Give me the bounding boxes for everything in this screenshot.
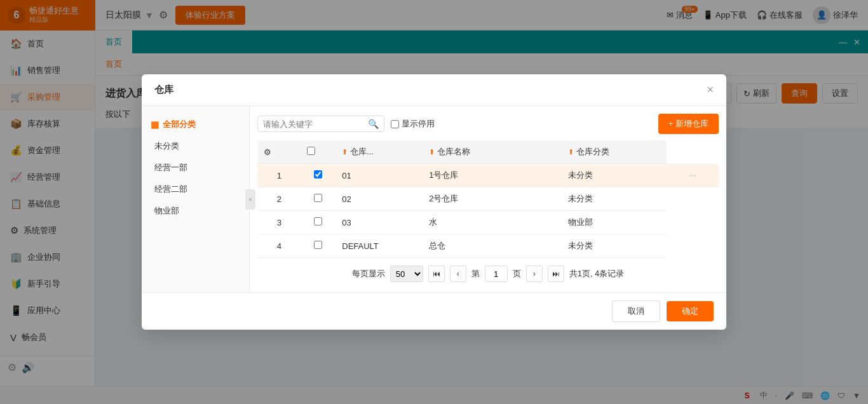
table-panel: 🔍 显示停用 + 新增仓库 ⚙ xyxy=(250,106,726,292)
first-page-btn[interactable]: ⏮ xyxy=(428,266,445,282)
search-wrap: 🔍 xyxy=(257,116,384,132)
row-checkbox-cell xyxy=(301,164,336,187)
grid-icon: ▦ xyxy=(151,119,159,130)
row-checkbox[interactable] xyxy=(314,170,322,178)
row-code: 01 xyxy=(336,164,423,187)
category-item-未分类[interactable]: 未分类 xyxy=(142,135,249,157)
row-checkbox[interactable] xyxy=(314,194,322,202)
category-item-物业部[interactable]: 物业部 xyxy=(142,200,249,222)
page-label: 第 xyxy=(471,268,480,279)
modal-title: 仓库 xyxy=(154,84,173,96)
row-index: 3 xyxy=(257,211,301,234)
row-category: 未分类 xyxy=(562,164,666,187)
row-category: 未分类 xyxy=(562,187,666,211)
all-category-label: 全部分类 xyxy=(163,119,196,130)
row-category: 物业部 xyxy=(562,211,666,234)
select-all-checkbox[interactable] xyxy=(307,147,315,155)
row-name: 总仓 xyxy=(423,234,562,258)
table-row[interactable]: 2 02 2号仓库 未分类 xyxy=(257,187,719,211)
sort-icon-name: ⬆ xyxy=(429,148,435,156)
next-page-btn[interactable]: › xyxy=(526,266,543,282)
row-code: DEFAULT xyxy=(336,234,423,258)
sort-icon-cat: ⬆ xyxy=(568,148,574,156)
pagination-bar: 每页显示 102050100 ⏮ ‹ 第 页 › ⏭ 共1页, 4条记录 xyxy=(257,258,719,285)
modal-header: 仓库 × xyxy=(142,74,726,106)
table-row[interactable]: 4 DEFAULT 总仓 未分类 xyxy=(257,234,719,258)
category-item-经营二部[interactable]: 经营二部 xyxy=(142,178,249,200)
table-wrapper: ⚙ ⬆ 仓库... ⬆ 仓库名称 xyxy=(257,140,719,258)
panel-collapse-btn[interactable]: « xyxy=(245,189,255,210)
ops-dots-icon[interactable]: ··· xyxy=(689,170,696,180)
search-input[interactable] xyxy=(263,119,368,129)
row-checkbox-cell xyxy=(301,211,336,234)
modal-close-btn[interactable]: × xyxy=(707,83,714,97)
table-row[interactable]: 3 03 水 物业部 xyxy=(257,211,719,234)
table-row[interactable]: 1 01 1号仓库 未分类 ··· xyxy=(257,164,719,187)
row-ops[interactable]: ··· xyxy=(667,164,719,187)
table-head: ⚙ ⬆ 仓库... ⬆ 仓库名称 xyxy=(257,140,719,164)
add-warehouse-btn[interactable]: + 新增仓库 xyxy=(658,114,719,134)
search-icon[interactable]: 🔍 xyxy=(368,119,379,129)
table-body: 1 01 1号仓库 未分类 ··· 2 02 2号仓库 未分类 3 03 水 物… xyxy=(257,164,719,258)
row-category: 未分类 xyxy=(562,234,666,258)
row-name: 1号仓库 xyxy=(423,164,562,187)
row-code: 03 xyxy=(336,211,423,234)
modal-footer: 取消 确定 xyxy=(142,292,726,330)
page-input[interactable] xyxy=(485,266,508,282)
row-checkbox-cell xyxy=(301,187,336,211)
per-page-select[interactable]: 102050100 xyxy=(390,266,423,282)
modal-body: « ▦ 全部分类 未分类经营一部经营二部物业部 🔍 xyxy=(142,106,726,292)
warehouse-modal: 仓库 × « ▦ 全部分类 未分类经营一部经营二部物业部 xyxy=(142,74,726,330)
row-code: 02 xyxy=(336,187,423,211)
row-checkbox-cell xyxy=(301,234,336,258)
cancel-btn[interactable]: 取消 xyxy=(612,300,660,322)
table-toolbar: 🔍 显示停用 + 新增仓库 xyxy=(257,114,719,134)
category-all[interactable]: ▦ 全部分类 xyxy=(142,114,249,135)
th-setting: ⚙ xyxy=(257,140,301,164)
row-checkbox[interactable] xyxy=(314,241,322,249)
confirm-btn[interactable]: 确定 xyxy=(667,301,714,321)
row-index: 2 xyxy=(257,187,301,211)
category-list: 未分类经营一部经营二部物业部 xyxy=(142,135,249,222)
row-index: 4 xyxy=(257,234,301,258)
show-disabled-checkbox[interactable] xyxy=(391,120,399,128)
row-name: 水 xyxy=(423,211,562,234)
th-category[interactable]: ⬆ 仓库分类 xyxy=(562,140,666,164)
row-checkbox[interactable] xyxy=(314,217,322,226)
last-page-btn[interactable]: ⏭ xyxy=(548,266,564,282)
modal-overlay[interactable]: 仓库 × « ▦ 全部分类 未分类经营一部经营二部物业部 xyxy=(0,0,868,404)
th-code[interactable]: ⬆ 仓库... xyxy=(336,140,423,164)
sort-icon-code: ⬆ xyxy=(342,148,348,156)
row-index: 1 xyxy=(257,164,301,187)
category-item-经营一部[interactable]: 经营一部 xyxy=(142,157,249,178)
th-name[interactable]: ⬆ 仓库名称 xyxy=(423,140,562,164)
category-panel: « ▦ 全部分类 未分类经营一部经营二部物业部 xyxy=(142,106,250,292)
show-disabled-checkbox-label[interactable]: 显示停用 xyxy=(391,118,435,130)
row-name: 2号仓库 xyxy=(423,187,562,211)
prev-page-btn[interactable]: ‹ xyxy=(450,266,466,282)
per-page-label: 每页显示 xyxy=(352,268,385,279)
th-checkbox xyxy=(301,140,336,164)
page-unit: 页 xyxy=(513,268,521,279)
show-disabled-label: 显示停用 xyxy=(402,118,435,130)
warehouse-table: ⚙ ⬆ 仓库... ⬆ 仓库名称 xyxy=(257,140,719,258)
total-label: 共1页, 4条记录 xyxy=(569,268,625,279)
